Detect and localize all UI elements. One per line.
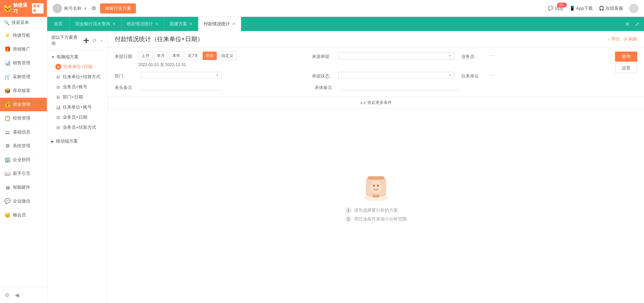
scheme-item-partner-settle-icon: ▦ bbox=[55, 74, 61, 80]
app-download-btn[interactable]: 📱 App下载 bbox=[569, 5, 593, 11]
trial-btn[interactable]: 体验行业方案 bbox=[100, 3, 136, 13]
header-notes-input[interactable] bbox=[141, 83, 222, 91]
tab-expand-btn[interactable]: ⤢ bbox=[633, 20, 641, 29]
date-this-year-btn[interactable]: 本年 bbox=[169, 52, 183, 60]
body-notes-input[interactable] bbox=[341, 83, 460, 91]
sidebar-item-operation[interactable]: 📋经营管理 bbox=[0, 112, 47, 125]
date-this-month-btn[interactable]: 本月 bbox=[154, 52, 168, 60]
scheme-item-dept-date[interactable]: ▦部门+日期 bbox=[47, 92, 108, 102]
query-btn[interactable]: 查询 bbox=[615, 52, 637, 62]
tab-receipt[interactable]: 收款情况统计✕ bbox=[121, 17, 164, 31]
tabbar: 首页现金银行流水查询✕收款情况统计✕新建方案✕付款情况统计✕ ✕ ⤢ bbox=[47, 17, 644, 31]
search-menu-item[interactable]: 🔍 搜索菜单 bbox=[0, 17, 47, 29]
sidebar-item-hardware[interactable]: 🖥智能硬件 bbox=[0, 181, 47, 194]
user-avatar[interactable] bbox=[629, 4, 639, 13]
tab-payment-close[interactable]: ✕ bbox=[232, 22, 235, 26]
date-label: 单据日期 bbox=[115, 52, 138, 60]
online-service-btn[interactable]: 🎧 在线客服 bbox=[599, 5, 623, 11]
sidebar-item-marketing[interactable]: 🎁营销推广 bbox=[0, 42, 47, 56]
tab-cashflow[interactable]: 现金银行流水查询✕ bbox=[70, 17, 121, 31]
source-select-arrow: ▼ bbox=[448, 54, 451, 58]
tab-receipt-label: 收款情况统计 bbox=[127, 21, 153, 27]
scheme-item-partner-date-icon: ● bbox=[55, 64, 61, 70]
tabs-container: 首页现金银行流水查询✕收款情况统计✕新建方案✕付款情况统计✕ bbox=[47, 17, 623, 31]
scheme-item-partner-settle[interactable]: ▦往来单位+结算方式 bbox=[47, 72, 108, 82]
online-service-icon: 🎧 bbox=[599, 6, 604, 11]
step2-num: 2 bbox=[345, 216, 351, 222]
scheme-item-partner-date[interactable]: ●往来单位+日期 bbox=[47, 62, 108, 72]
staff-dots-btn[interactable]: ··· bbox=[488, 53, 495, 59]
scheme-item-partner-date-label: 往来单位+日期 bbox=[63, 64, 92, 70]
date-custom-btn[interactable]: 自定义 bbox=[218, 52, 236, 60]
corp-icon: 🏢 bbox=[4, 156, 11, 163]
tab-payment[interactable]: 付款情况统计✕ bbox=[198, 17, 241, 31]
sidebar-item-guide[interactable]: 📖新手引导 bbox=[0, 167, 47, 181]
scheme-group-mobile-header[interactable]: ▶移动端方案 bbox=[47, 137, 108, 146]
collapse-bar-btn[interactable]: ∧∧ 收起更多条件 bbox=[360, 100, 392, 105]
sidebar-collapse-btn[interactable]: ◀ bbox=[13, 291, 20, 300]
sidebar-item-sales[interactable]: 📊销售管理 bbox=[0, 56, 47, 70]
scheme-item-staff-settle-label: 业务员+结算方式 bbox=[63, 124, 96, 130]
sidebar-bottom: ⚙ ◀ bbox=[0, 287, 47, 303]
system-icon: ⚙ bbox=[4, 143, 11, 149]
sidebar-item-corp[interactable]: 🏢企业协同 bbox=[0, 153, 47, 167]
tab-new-scheme-close[interactable]: ✕ bbox=[189, 22, 193, 26]
settings-btn[interactable]: 设置 bbox=[615, 63, 637, 73]
export-btn[interactable]: ↑ 导出 bbox=[608, 36, 620, 42]
scheme-panel: 按以下方案查询 ➕ ⚙ « ▼电脑端方案●往来单位+日期▦往来单位+结算方式▦业… bbox=[47, 31, 108, 303]
filter-row-date: 单据日期 上月 本月 本年 近7天 更多 自定义 bbox=[115, 52, 604, 68]
sidebar-item-wechat[interactable]: 💬企业微信 bbox=[0, 194, 47, 208]
account-selector[interactable]: 账号名称 ▼ bbox=[53, 4, 87, 13]
scheme-item-staff-account[interactable]: ▦业务员+账号 bbox=[47, 82, 108, 92]
filter-row-dept: 部门 ▼ 单据状态 ▼ bbox=[115, 71, 604, 79]
sidebar-settings-btn[interactable]: ⚙ bbox=[3, 291, 11, 300]
scheme-item-dept-date-label: 部门+日期 bbox=[63, 94, 83, 100]
guide-label: 新手引导 bbox=[13, 171, 30, 177]
source-label: 来源单据 bbox=[312, 52, 335, 60]
sidebar-item-finance[interactable]: 💰资金管理 bbox=[0, 98, 47, 112]
scheme-item-partner-account[interactable]: 📊往来单位+账号 bbox=[47, 102, 108, 112]
sidebar-item-basic[interactable]: 🗂基础信息 bbox=[0, 125, 47, 139]
collapse-bar[interactable]: ∧∧ 收起更多条件 bbox=[108, 97, 644, 109]
scheme-group-pc-arrow: ▼ bbox=[51, 55, 55, 59]
messages-btn[interactable]: 💬 消息 99+ bbox=[548, 5, 563, 11]
scheme-settings-btn[interactable]: ⚙ bbox=[92, 37, 97, 44]
marketing-label: 营销推广 bbox=[13, 46, 30, 52]
scheme-group-pc-header[interactable]: ▼电脑端方案 bbox=[47, 52, 108, 62]
staff-label: 业务员 bbox=[461, 52, 485, 60]
tab-receipt-close[interactable]: ✕ bbox=[155, 22, 158, 26]
empty-step2: 2 用过滤条件来缩小分析范围 bbox=[345, 216, 407, 222]
sidebar-item-member[interactable]: 👑畅会员 bbox=[0, 208, 47, 222]
scheme-item-staff-date[interactable]: ▦业务员+日期 bbox=[47, 112, 108, 122]
collapse-up-icon: ∧∧ bbox=[360, 100, 366, 105]
sidebar-item-purchase[interactable]: 🛒采购管理 bbox=[0, 70, 47, 84]
scheme-collapse-btn[interactable]: « bbox=[99, 37, 104, 44]
scheme-item-staff-settle-icon: ▦ bbox=[55, 125, 61, 130]
account-dropdown-icon[interactable]: ▼ bbox=[84, 6, 87, 10]
refresh-btn[interactable]: ↺ 刷新 bbox=[623, 36, 637, 42]
date-last-month-btn[interactable]: 上月 bbox=[138, 52, 152, 60]
scheme-add-btn[interactable]: ➕ bbox=[83, 37, 90, 44]
sidebar-item-system[interactable]: ⚙系统管理 bbox=[0, 139, 47, 153]
tab-cashflow-close[interactable]: ✕ bbox=[112, 22, 116, 26]
doc-status-select[interactable]: ▼ bbox=[338, 72, 455, 79]
scheme-item-staff-date-label: 业务员+日期 bbox=[63, 114, 87, 120]
dept-select[interactable]: ▼ bbox=[141, 72, 222, 79]
sidebar-item-quick-nav[interactable]: ⚡快捷导航 bbox=[0, 29, 47, 42]
partner-dots-btn[interactable]: ··· bbox=[488, 72, 495, 78]
scheme-item-staff-settle[interactable]: ▦业务员+结算方式 bbox=[47, 122, 108, 132]
guide-icon: 📖 bbox=[4, 170, 11, 177]
source-select[interactable]: ▼ bbox=[338, 52, 455, 59]
topbar-settings-icon[interactable]: ⚙ bbox=[91, 5, 96, 11]
svg-point-3 bbox=[370, 181, 382, 193]
sidebar: 🐱 畅捷通巧 标准版 🔍 搜索菜单 ⚡快捷导航🎁营销推广📊销售管理🛒采购管理📦库… bbox=[0, 0, 47, 303]
date-7days-btn[interactable]: 近7天 bbox=[185, 52, 201, 60]
tab-home[interactable]: 首页 bbox=[47, 17, 70, 31]
tab-close-all-btn[interactable]: ✕ bbox=[623, 20, 632, 29]
inventory-icon: 📦 bbox=[4, 87, 11, 94]
date-more-btn[interactable]: 更多 bbox=[203, 52, 217, 60]
tab-new-scheme[interactable]: 新建方案✕ bbox=[164, 17, 198, 31]
sidebar-item-inventory[interactable]: 📦库存核算 bbox=[0, 84, 47, 98]
member-label: 畅会员 bbox=[13, 212, 26, 218]
logo-icon: 🐱 bbox=[3, 4, 12, 12]
